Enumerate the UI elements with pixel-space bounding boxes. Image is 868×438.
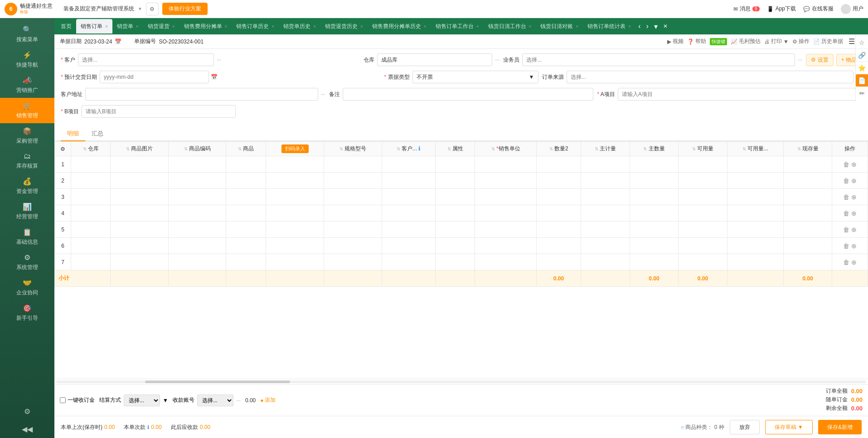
address-dots-btn[interactable]: ···	[321, 91, 325, 97]
copy-icon[interactable]: ⊕	[851, 177, 857, 184]
app-download-btn[interactable]: 📱 App下载	[767, 5, 796, 13]
salesperson-input[interactable]	[522, 53, 795, 66]
operation-btn[interactable]: ⚙ 操作	[792, 38, 810, 45]
message-btn[interactable]: ✉ 消息 9	[733, 5, 760, 13]
sidebar-item-basic[interactable]: 📋 基础信息	[0, 224, 54, 250]
payment-account-dots[interactable]: ···	[236, 397, 241, 404]
tab-close-icon[interactable]: ×	[105, 24, 108, 29]
save-new-btn[interactable]: 保存&新增	[818, 420, 862, 434]
tab-close-icon[interactable]: ×	[225, 24, 228, 29]
tab-nav-menu[interactable]: ▾	[651, 22, 660, 31]
tab-close-icon[interactable]: ×	[272, 24, 274, 29]
project-b-input[interactable]	[82, 105, 236, 118]
tab-close-all[interactable]: ✕	[660, 23, 670, 29]
sidebar-item-sales[interactable]: 🛒 销售管理	[0, 98, 54, 123]
sidebar-item-inventory[interactable]: 🗂 库存核算	[0, 149, 54, 173]
tab-return-history[interactable]: 销货退货历史 ×	[320, 19, 368, 34]
cell-customer-order[interactable]	[382, 173, 435, 189]
rfp-orange-btn[interactable]: 📄	[856, 74, 868, 87]
customer-dots-btn[interactable]: ···	[217, 57, 221, 63]
sidebar-item-guide[interactable]: ⚡ 快捷导航	[0, 47, 54, 72]
copy-icon[interactable]: ⊕	[851, 210, 857, 217]
tab-close-icon[interactable]: ×	[576, 24, 578, 29]
cell-sales-unit[interactable]	[475, 156, 536, 173]
scrollbar-track[interactable]	[56, 380, 866, 383]
sidebar-item-marketing[interactable]: 📣 营销推广	[0, 72, 54, 98]
cell-attribute[interactable]	[436, 156, 475, 173]
solution-btn[interactable]: 体验行业方案	[162, 3, 208, 15]
view-video-btn[interactable]: ▶ 视频	[667, 38, 684, 45]
order-source-input[interactable]	[567, 71, 854, 83]
info-icon[interactable]: ℹ	[418, 145, 421, 152]
settings-btn[interactable]: ⚙ 设置	[806, 54, 833, 66]
cell-spec[interactable]	[324, 173, 382, 189]
history-btn[interactable]: 📄 历史单据	[813, 38, 843, 45]
table-tab-summary[interactable]: 汇总	[85, 127, 110, 141]
shortcut-btn[interactable]: 快捷键	[710, 38, 727, 45]
delete-icon[interactable]: 🗑	[843, 226, 849, 233]
tab-close-icon[interactable]: ×	[136, 24, 139, 29]
discard-btn[interactable]: 放弃	[730, 420, 760, 434]
th-settings[interactable]: ⚙	[55, 142, 71, 156]
cell-product[interactable]	[226, 156, 266, 173]
app-settings-btn[interactable]: ⚙	[146, 3, 159, 15]
cell-main-qty[interactable]	[630, 173, 678, 189]
tab-home[interactable]: 首页	[56, 19, 76, 34]
copy-icon[interactable]: ⊕	[851, 193, 857, 201]
tab-order-history[interactable]: 销售订单历史 ×	[232, 19, 279, 34]
delivery-calendar-icon[interactable]: 📅	[211, 74, 218, 80]
tab-close-icon[interactable]: ×	[628, 24, 631, 29]
calendar-icon[interactable]: 📅	[115, 39, 121, 45]
delete-icon[interactable]: 🗑	[843, 210, 849, 217]
tab-cost-history[interactable]: 销售费用分摊单历史 ×	[368, 19, 431, 34]
scan-btn[interactable]: 扫码录入	[281, 144, 309, 153]
cell-spec[interactable]	[324, 156, 382, 173]
cell-customer-order[interactable]	[382, 156, 435, 173]
tab-close-icon[interactable]: ×	[424, 24, 427, 29]
tab-sales-bill[interactable]: 销货单 ×	[112, 19, 143, 34]
user-avatar-btn[interactable]: 用户	[841, 4, 863, 14]
tab-close-icon[interactable]: ×	[360, 24, 363, 29]
tab-sales-cost[interactable]: 销售费用分摊单 ×	[179, 19, 232, 34]
cell-main-qty[interactable]	[630, 156, 678, 173]
tab-order-stats[interactable]: 销售订单统计表 ×	[583, 19, 635, 34]
sidebar-collapse-btn[interactable]: ◀◀	[0, 420, 54, 438]
save-draft-btn[interactable]: 保存草稿 ▼	[765, 420, 813, 434]
tab-nav-next[interactable]: ›	[643, 22, 651, 30]
delete-icon[interactable]: 🗑	[843, 177, 849, 184]
cell-warehouse[interactable]	[71, 189, 111, 205]
copy-icon[interactable]: ⊕	[851, 259, 857, 266]
rfp-link-btn[interactable]: 🔗	[856, 49, 868, 62]
table-tab-detail[interactable]: 明细	[61, 127, 85, 141]
add-payment-btn[interactable]: ● 添加	[260, 396, 275, 404]
delete-icon[interactable]: 🗑	[843, 242, 849, 250]
warehouse-select[interactable]: 成品库	[377, 53, 492, 66]
cell-product[interactable]	[226, 173, 266, 189]
sidebar-item-purchase[interactable]: 📦 采购管理	[0, 123, 54, 149]
rfp-bookmark-btn[interactable]: ⭐	[856, 62, 868, 74]
online-service-btn[interactable]: 💬 在线客服	[803, 5, 834, 13]
tab-nav-prev[interactable]: ‹	[635, 22, 643, 30]
salesperson-dots-btn[interactable]: ···	[798, 57, 802, 63]
payment-account-select[interactable]: 选择...	[197, 395, 233, 406]
tab-daily-reconcile[interactable]: 钱货日清对账 ×	[536, 19, 583, 34]
help-btn[interactable]: ❓ 帮助	[687, 38, 706, 45]
cell-product-code[interactable]	[168, 173, 226, 189]
scrollbar-thumb[interactable]	[145, 380, 290, 383]
delete-icon[interactable]: 🗑	[843, 161, 849, 168]
tab-order-workbench[interactable]: 销售订单工作台 ×	[431, 19, 484, 34]
cell-product-code[interactable]	[168, 156, 226, 173]
tab-bill-history[interactable]: 销货单历史 ×	[279, 19, 320, 34]
remarks-input[interactable]	[343, 88, 594, 101]
copy-icon[interactable]: ⊕	[851, 226, 857, 233]
rfp-star-btn[interactable]: ☆	[856, 36, 868, 49]
warehouse-dots-btn[interactable]: ···	[495, 57, 499, 63]
table-scrollbar[interactable]	[54, 379, 868, 384]
delete-icon[interactable]: 🗑	[843, 259, 849, 266]
cell-qty2[interactable]	[536, 156, 581, 173]
invoice-type-select[interactable]: 不开票 ▼	[412, 71, 538, 83]
print-btn[interactable]: 🖨 打印 ▼	[764, 38, 789, 45]
address-input[interactable]	[85, 88, 318, 101]
project-a-input[interactable]	[618, 88, 862, 101]
tab-close-icon[interactable]: ×	[313, 24, 316, 29]
